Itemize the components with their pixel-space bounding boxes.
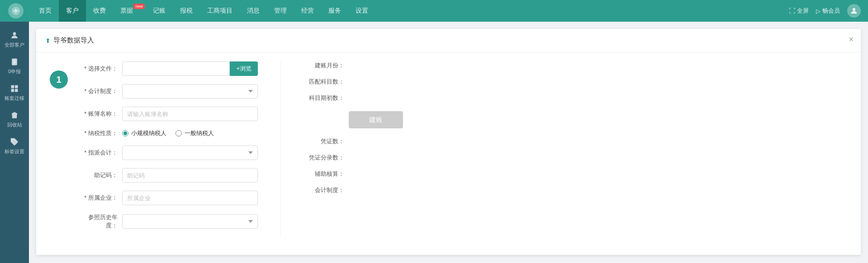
member-btn[interactable]: ▷ 畅会员 — [816, 7, 840, 15]
accounting-system-label: * 会计制度： — [77, 87, 122, 95]
file-browse-btn[interactable]: +浏览 — [230, 61, 258, 76]
step-indicator: 1 — [50, 70, 68, 89]
owner-company-input[interactable] — [122, 191, 258, 205]
right-accounting-system-row: 会计制度： — [304, 186, 448, 194]
fullscreen-icon: ⛶ — [789, 7, 795, 14]
form-right: 建账月份： 匹配科目数： 科目期初数： 建账 凭证数： — [304, 61, 448, 238]
svg-point-1 — [853, 8, 855, 11]
voucher-entries-label: 凭证分录数： — [304, 154, 349, 162]
svg-point-11 — [12, 140, 14, 141]
accountant-row: * 指派会计： — [77, 146, 258, 160]
nav-item-business[interactable]: 工商项目 — [200, 0, 240, 22]
nav-right: ⛶ 全屏 ▷ 畅会员 — [789, 4, 868, 18]
migrate-icon — [10, 84, 19, 93]
file-row: * 选择文件： +浏览 — [77, 61, 258, 76]
panel-header: ⬆ 导爷数据导入 × — [36, 29, 861, 52]
build-month-label: 建账月份： — [304, 61, 349, 70]
right-accounting-system-label: 会计制度： — [304, 186, 349, 194]
nav-item-billing[interactable]: 收费 — [86, 0, 113, 22]
accounting-system-select[interactable] — [122, 84, 258, 99]
vertical-divider — [280, 61, 281, 238]
user-icon — [10, 31, 19, 40]
trash-icon — [10, 111, 19, 120]
general-taxpayer-radio[interactable]: 一般纳税人 — [175, 129, 214, 137]
svg-point-2 — [13, 32, 16, 35]
subjects-init-label: 科目期初数： — [304, 94, 349, 102]
declare-icon — [10, 57, 19, 66]
reference-year-row: 参照历史年度： — [77, 213, 258, 230]
memo-code-row: 助记码： — [77, 168, 258, 183]
svg-rect-9 — [11, 89, 14, 92]
voucher-count-row: 凭证数： — [304, 137, 448, 146]
ledger-name-row: * 账簿名称： — [77, 107, 258, 121]
form-left: 1 * 选择文件： +浏览 * 会计制度： — [50, 61, 258, 238]
accountant-select[interactable] — [122, 146, 258, 160]
voucher-count-label: 凭证数： — [304, 137, 349, 146]
accountant-label: * 指派会计： — [77, 149, 122, 157]
file-text-input[interactable] — [122, 61, 230, 76]
sidebar-item-all-customers[interactable]: 全部客户 — [0, 26, 29, 53]
ledger-name-label: * 账簿名称： — [77, 110, 122, 118]
svg-rect-10 — [15, 89, 18, 92]
subjects-init-row: 科目期初数： — [304, 94, 448, 102]
tag-icon — [10, 137, 19, 146]
tax-type-label: * 纳税性质： — [77, 129, 122, 137]
nav-item-manage[interactable]: 管理 — [267, 0, 294, 22]
tax-type-row: * 纳税性质： 小规模纳税人 一般纳税人 — [77, 129, 258, 137]
form-container: 1 * 选择文件： +浏览 * 会计制度： — [36, 52, 861, 247]
sidebar: 全部客户 0申报 账套迁移 回收站 标签设置 — [0, 22, 29, 263]
build-month-row: 建账月份： — [304, 61, 448, 70]
panel-close-btn[interactable]: × — [849, 35, 854, 43]
ledger-name-input[interactable] — [122, 107, 258, 121]
general-taxpayer-input[interactable] — [175, 130, 182, 136]
accounting-system-row: * 会计制度： — [77, 84, 258, 99]
memo-code-label: 助记码： — [77, 171, 122, 179]
import-panel: ⬆ 导爷数据导入 × 1 * 选择文件： +浏览 — [36, 29, 861, 255]
svg-rect-3 — [12, 59, 17, 66]
tax-radio-group: 小规模纳税人 一般纳税人 — [122, 129, 258, 137]
fullscreen-btn[interactable]: ⛶ 全屏 — [789, 7, 809, 15]
nav-items: 首页 客户 收费 票据 new 记账 报税 工商项目 消息 管理 经营 服务 设… — [32, 0, 789, 22]
reference-year-label: 参照历史年度： — [77, 213, 122, 230]
sidebar-item-declare[interactable]: 0申报 — [0, 53, 29, 80]
build-account-btn[interactable]: 建账 — [349, 111, 403, 128]
panel-title: 导爷数据导入 — [53, 36, 94, 45]
small-taxpayer-radio[interactable]: 小规模纳税人 — [122, 129, 166, 137]
main-layout: 全部客户 0申报 账套迁移 回收站 标签设置 ⬆ 导爷数据导入 × — [0, 22, 868, 263]
aux-accounting-row: 辅助核算： — [304, 170, 448, 178]
svg-rect-7 — [11, 85, 14, 89]
user-avatar[interactable] — [847, 4, 861, 18]
nav-item-settings[interactable]: 设置 — [348, 0, 375, 22]
top-nav: 首页 客户 收费 票据 new 记账 报税 工商项目 消息 管理 经营 服务 设… — [0, 0, 868, 22]
nav-item-message[interactable]: 消息 — [240, 0, 267, 22]
nav-item-service[interactable]: 服务 — [321, 0, 348, 22]
sidebar-item-trash[interactable]: 回收站 — [0, 106, 29, 133]
sidebar-item-migrate[interactable]: 账套迁移 — [0, 80, 29, 106]
nav-item-ticket[interactable]: 票据 new — [113, 0, 146, 22]
reference-year-select[interactable] — [122, 214, 258, 229]
logo-icon — [8, 3, 24, 19]
form-fields: * 选择文件： +浏览 * 会计制度： — [77, 61, 258, 238]
voucher-entries-row: 凭证分录数： — [304, 154, 448, 162]
aux-accounting-label: 辅助核算： — [304, 170, 349, 178]
play-icon: ▷ — [816, 8, 821, 14]
nav-item-tax[interactable]: 报税 — [173, 0, 200, 22]
owner-company-label: * 所属企业： — [77, 194, 122, 202]
logo[interactable] — [5, 3, 27, 19]
import-icon: ⬆ — [45, 37, 51, 44]
nav-item-bookkeeping[interactable]: 记账 — [146, 0, 173, 22]
sidebar-item-tag-settings[interactable]: 标签设置 — [0, 133, 29, 160]
file-label: * 选择文件： — [77, 65, 122, 73]
match-subjects-row: 匹配科目数： — [304, 78, 448, 86]
svg-rect-8 — [15, 85, 18, 89]
content-area: ⬆ 导爷数据导入 × 1 * 选择文件： +浏览 — [29, 22, 868, 263]
owner-company-row: * 所属企业： — [77, 191, 258, 205]
match-subjects-label: 匹配科目数： — [304, 78, 349, 86]
nav-item-home[interactable]: 首页 — [32, 0, 59, 22]
small-taxpayer-input[interactable] — [122, 130, 128, 136]
nav-item-customer[interactable]: 客户 — [59, 0, 86, 22]
new-badge: new — [133, 4, 145, 9]
file-input-row: +浏览 — [122, 61, 258, 76]
memo-code-input[interactable] — [122, 168, 258, 183]
nav-item-operation[interactable]: 经营 — [294, 0, 321, 22]
